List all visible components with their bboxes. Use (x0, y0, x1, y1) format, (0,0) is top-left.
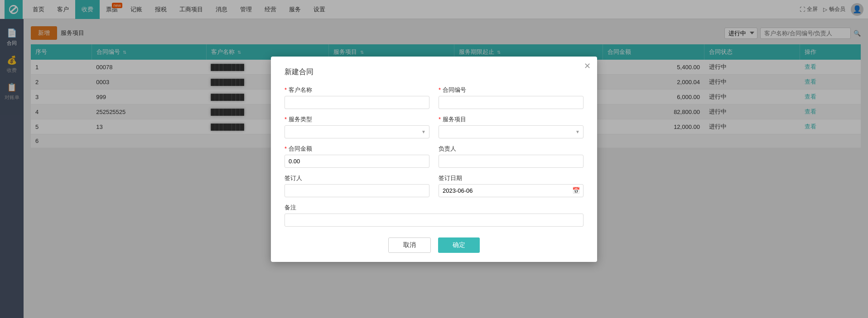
responsible-label: 负责人 (439, 145, 583, 153)
customer-name-input[interactable] (285, 96, 429, 109)
contract-amount-label: * 合同金额 (285, 145, 429, 153)
modal-title: 新建合同 (285, 67, 583, 77)
form-row-amount: * 合同金额 (285, 145, 429, 168)
contract-no-label: * 合同编号 (439, 86, 583, 94)
modal-overlay: 新建合同 ✕ * 客户名称 * 合同编号 * (0, 0, 868, 318)
sign-date-wrapper: 📅 (439, 184, 583, 197)
confirm-button[interactable]: 确定 (438, 237, 480, 253)
modal-footer: 取消 确定 (285, 237, 583, 253)
new-contract-modal: 新建合同 ✕ * 客户名称 * 合同编号 * (271, 57, 597, 262)
service-item-label: * 服务项目 (439, 115, 583, 123)
signer-input[interactable] (285, 184, 429, 197)
form-row-service-item: * 服务项目 (439, 115, 583, 138)
customer-name-label: * 客户名称 (285, 86, 429, 94)
cancel-button[interactable]: 取消 (388, 237, 431, 253)
service-type-select[interactable] (285, 125, 429, 138)
remark-input[interactable] (285, 214, 583, 227)
service-type-label: * 服务类型 (285, 115, 429, 123)
form-row-contract-no: * 合同编号 (439, 86, 583, 109)
service-item-select[interactable] (439, 125, 583, 138)
form-row-service-type: * 服务类型 (285, 115, 429, 138)
sign-date-label: 签订日期 (439, 174, 583, 182)
remark-label: 备注 (285, 204, 583, 212)
service-item-select-wrap (439, 125, 583, 138)
signer-label: 签订人 (285, 174, 429, 182)
contract-no-input[interactable] (439, 96, 583, 109)
service-type-select-wrap (285, 125, 429, 138)
modal-close-button[interactable]: ✕ (584, 62, 591, 70)
sign-date-input[interactable] (439, 184, 583, 197)
form-row-remark: 备注 (285, 204, 583, 227)
form-row-signer: 签订人 (285, 174, 429, 197)
form-row-sign-date: 签订日期 📅 (439, 174, 583, 197)
responsible-input[interactable] (439, 155, 583, 168)
form-row-customer: * 客户名称 (285, 86, 429, 109)
form-grid: * 客户名称 * 合同编号 * 服务类型 (285, 86, 583, 227)
form-row-responsible: 负责人 (439, 145, 583, 168)
contract-amount-input[interactable] (285, 155, 429, 168)
